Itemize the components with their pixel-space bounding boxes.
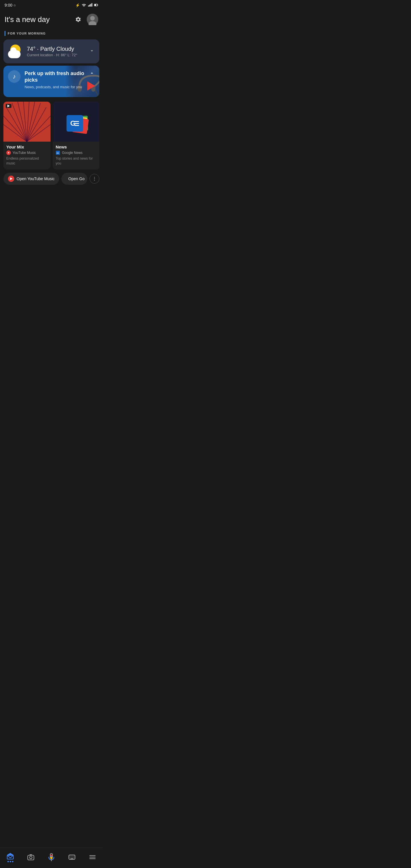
svg-rect-5 (98, 4, 98, 5)
news-title: News (56, 145, 97, 149)
status-time: 9:00 ⊙ (5, 3, 16, 7)
more-options-button[interactable] (90, 174, 99, 184)
section-label-text: FOR YOUR MORNING (8, 32, 46, 35)
svg-line-16 (23, 102, 27, 142)
svg-point-32 (94, 178, 95, 179)
your-mix-card[interactable]: Your Mix YouTube Music Endless personali… (3, 102, 51, 169)
section-bar-accent (5, 31, 5, 36)
gn-lines (74, 121, 79, 126)
weather-card[interactable]: 74° · Partly Cloudy Current location · H… (3, 39, 99, 63)
yt-play-triangle (10, 177, 12, 180)
section-label: FOR YOUR MORNING (0, 29, 103, 39)
your-mix-artwork (3, 102, 51, 142)
news-source-name: Google News (62, 151, 83, 155)
news-thumbnail: G (53, 102, 99, 142)
status-dot-icon: ⊙ (13, 4, 16, 7)
svg-rect-1 (89, 5, 90, 6)
weather-expand-chevron[interactable] (89, 48, 95, 55)
weather-sub-text: Current location · H: 86° L: 72° (27, 53, 89, 57)
svg-line-20 (27, 107, 46, 142)
svg-rect-3 (92, 3, 92, 6)
weather-full-text: 74° · Partly Cloudy (27, 46, 74, 52)
wifi-icon (82, 3, 86, 7)
your-mix-description: Endless personalized music (6, 156, 48, 166)
audio-collapse-chevron[interactable] (89, 70, 95, 78)
news-card[interactable]: G News GE (53, 102, 99, 169)
google-news-artwork: G (53, 102, 99, 142)
google-news-source-icon: GE (56, 151, 60, 155)
svg-text:GE: GE (57, 152, 59, 154)
google-news-icon: G (65, 110, 88, 133)
audio-title: Perk up with fresh audio picks (25, 70, 89, 84)
audio-music-icon: ♪ (8, 70, 21, 83)
settings-button[interactable] (72, 14, 84, 25)
avatar[interactable] (87, 14, 98, 25)
news-description: Top stories and news for you (56, 156, 97, 166)
audio-card-inner: ♪ Perk up with fresh audio picks News, p… (3, 66, 99, 94)
svg-rect-2 (91, 4, 91, 6)
news-source: GE Google News (56, 151, 97, 155)
svg-rect-0 (88, 5, 89, 6)
open-youtube-music-label: Open YouTube Music (17, 177, 55, 181)
svg-point-33 (94, 180, 95, 181)
header: It's a new day (0, 9, 103, 29)
your-mix-thumbnail (3, 102, 51, 142)
gn-paper-blue: G (66, 115, 83, 132)
audio-picks-card[interactable]: ♪ Perk up with fresh audio picks News, p… (3, 66, 99, 97)
status-bar: 9:00 ⊙ ⚡ (0, 0, 103, 9)
gn-line-2 (74, 123, 79, 124)
svg-point-8 (90, 16, 95, 21)
svg-line-13 (6, 107, 27, 142)
time-display: 9:00 (5, 3, 12, 7)
gn-line-1 (74, 121, 79, 122)
youtube-music-button-icon (8, 176, 14, 182)
media-cards-row: Your Mix YouTube Music Endless personali… (3, 102, 99, 169)
greeting-title: It's a new day (5, 15, 50, 24)
gn-line-3 (74, 125, 79, 126)
open-google-button[interactable]: Open Go (61, 173, 87, 185)
weather-icon (8, 44, 23, 59)
youtube-music-source-icon (6, 151, 11, 155)
your-mix-info: Your Mix YouTube Music Endless personali… (3, 142, 51, 169)
svg-rect-6 (94, 4, 96, 5)
signal-icon (88, 3, 92, 7)
open-google-label: Open Go (68, 177, 85, 181)
svg-point-31 (94, 177, 95, 177)
your-mix-source-name: YouTube Music (12, 151, 36, 155)
action-buttons: Open YouTube Music Open Go (0, 173, 103, 189)
cloud-icon (8, 50, 21, 58)
svg-line-24 (27, 124, 51, 142)
audio-text: Perk up with fresh audio picks News, pod… (25, 70, 89, 89)
open-youtube-music-button[interactable]: Open YouTube Music (3, 173, 59, 185)
bluetooth-icon: ⚡ (75, 3, 80, 7)
your-mix-title: Your Mix (6, 145, 48, 149)
battery-icon (94, 3, 98, 7)
svg-line-22 (3, 116, 27, 142)
your-mix-source: YouTube Music (6, 151, 48, 155)
audio-subtitle: News, podcasts, and music for you (25, 85, 89, 89)
status-icons: ⚡ (75, 3, 98, 7)
weather-info: 74° · Partly Cloudy Current location · H… (27, 46, 89, 57)
svg-line-21 (27, 116, 51, 142)
header-actions (72, 14, 98, 25)
news-info: News GE Google News Top stories and news… (53, 142, 99, 169)
weather-temp: 74° · Partly Cloudy (27, 46, 89, 52)
